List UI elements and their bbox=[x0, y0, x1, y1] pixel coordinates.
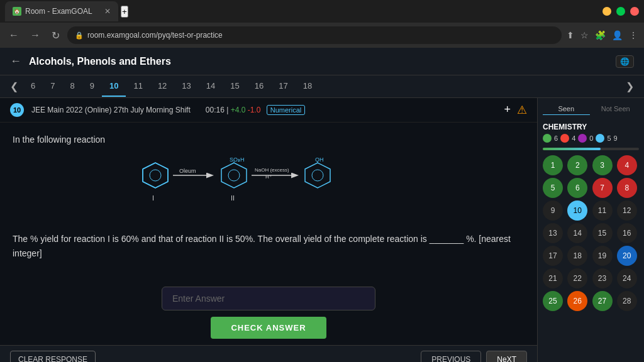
q-nav-next[interactable]: ❯ bbox=[621, 80, 639, 92]
close-tab-btn[interactable]: ✕ bbox=[104, 7, 111, 16]
q-num-10[interactable]: 10 bbox=[102, 76, 126, 97]
grid-cell-25[interactable]: 25 bbox=[543, 291, 563, 311]
grid-cell-9[interactable]: 9 bbox=[543, 200, 563, 221]
stat-marked bbox=[578, 134, 587, 143]
grid-cell-24[interactable]: 24 bbox=[617, 268, 637, 288]
maximize-button[interactable] bbox=[616, 7, 625, 16]
grid-cell-17[interactable]: 17 bbox=[543, 246, 563, 266]
right-sidebar: Seen Not Seen CHEMISTRY 6 4 0 5 9 1 2 3 … bbox=[537, 98, 644, 362]
svg-line-2 bbox=[155, 163, 168, 169]
grid-cell-19[interactable]: 19 bbox=[592, 246, 613, 266]
q-num-9[interactable]: 9 bbox=[82, 76, 102, 97]
grid-cell-4[interactable]: 4 bbox=[617, 155, 637, 175]
grid-cell-10[interactable]: 10 bbox=[567, 200, 587, 221]
q-num-15[interactable]: 15 bbox=[223, 76, 247, 97]
q-num-7[interactable]: 7 bbox=[43, 76, 62, 97]
previous-button[interactable]: PREVIOUS bbox=[421, 351, 481, 362]
q-num-13[interactable]: 13 bbox=[174, 76, 198, 97]
refresh-button[interactable]: ↻ bbox=[48, 28, 64, 43]
svg-marker-19 bbox=[305, 163, 330, 188]
tab-bar: 🏠 Room - ExamGOAL ✕ + bbox=[0, 0, 644, 23]
grid-cell-3[interactable]: 3 bbox=[592, 155, 613, 175]
svg-line-1 bbox=[143, 163, 155, 169]
grid-cell-27[interactable]: 27 bbox=[592, 291, 613, 311]
address-bar[interactable]: 🔒 room.examgoal.com/pyq/test-or-practice bbox=[67, 26, 562, 44]
grid-cell-11[interactable]: 11 bbox=[592, 200, 613, 221]
grid-cell-1[interactable]: 1 bbox=[543, 155, 563, 175]
svg-point-12 bbox=[228, 170, 240, 181]
more-icon[interactable]: ⋮ bbox=[628, 29, 639, 41]
grid-cell-26[interactable]: 26 bbox=[567, 291, 587, 311]
svg-line-4 bbox=[155, 182, 168, 188]
next-button[interactable]: NeXT bbox=[486, 351, 527, 362]
svg-text:H⁺: H⁺ bbox=[265, 174, 272, 180]
bottom-bar: CLEAR RESPONSE PREVIOUS NeXT bbox=[0, 345, 537, 362]
grid-cell-12[interactable]: 12 bbox=[617, 200, 637, 221]
extensions-icon[interactable]: 🧩 bbox=[594, 29, 607, 41]
grid-cell-5[interactable]: 5 bbox=[543, 178, 563, 198]
close-window-button[interactable] bbox=[630, 7, 639, 16]
q-num-18[interactable]: 18 bbox=[296, 76, 319, 97]
question-badge: 10 bbox=[10, 103, 24, 117]
question-area: 10 JEE Main 2022 (Online) 27th July Morn… bbox=[0, 98, 537, 362]
grid-cell-8[interactable]: 8 bbox=[617, 178, 637, 198]
forward-button[interactable]: → bbox=[26, 28, 44, 42]
question-meta: JEE Main 2022 (Online) 27th July Morning… bbox=[31, 106, 191, 114]
stat-wrong bbox=[560, 134, 569, 143]
profile-icon[interactable]: 👤 bbox=[611, 29, 624, 41]
q-num-12[interactable]: 12 bbox=[150, 76, 174, 97]
address-bar-row: ← → ↻ 🔒 room.examgoal.com/pyq/test-or-pr… bbox=[0, 23, 644, 48]
q-num-11[interactable]: 11 bbox=[126, 76, 150, 97]
q-nav-prev[interactable]: ❮ bbox=[5, 80, 23, 92]
report-issue-btn[interactable]: ⚠ bbox=[517, 103, 527, 117]
grid-cell-6[interactable]: 6 bbox=[567, 178, 587, 198]
prev-next-buttons: PREVIOUS NeXT bbox=[421, 351, 527, 362]
window-controls bbox=[602, 7, 639, 16]
answer-input[interactable] bbox=[162, 287, 375, 310]
grid-cell-7[interactable]: 7 bbox=[592, 178, 613, 198]
add-bookmark-btn[interactable]: + bbox=[504, 103, 511, 117]
svg-marker-11 bbox=[221, 163, 247, 188]
tab-favicon: 🏠 bbox=[13, 7, 21, 16]
check-answer-button[interactable]: CHECK ANSWER bbox=[211, 317, 326, 339]
q-num-17[interactable]: 17 bbox=[271, 76, 295, 97]
new-tab-button[interactable]: + bbox=[121, 6, 128, 18]
grid-cell-20[interactable]: 20 bbox=[617, 246, 637, 266]
grid-cell-2[interactable]: 2 bbox=[567, 155, 587, 175]
reaction-svg: I Oleum SO₃H II bbox=[105, 156, 432, 219]
grid-cell-23[interactable]: 23 bbox=[592, 268, 613, 288]
grid-cell-13[interactable]: 13 bbox=[543, 223, 563, 243]
svg-text:NaOH (excess): NaOH (excess) bbox=[255, 167, 289, 173]
question-info-bar: 10 JEE Main 2022 (Online) 27th July Morn… bbox=[0, 98, 537, 123]
minimize-button[interactable] bbox=[602, 7, 611, 16]
grid-cell-14[interactable]: 14 bbox=[567, 223, 587, 243]
back-button[interactable]: ← bbox=[5, 28, 23, 42]
grid-cell-22[interactable]: 22 bbox=[567, 268, 587, 288]
reaction-diagram: I Oleum SO₃H II bbox=[13, 156, 525, 219]
q-num-6[interactable]: 6 bbox=[23, 76, 43, 97]
question-type: Numerical bbox=[267, 105, 306, 115]
grid-cell-21[interactable]: 21 bbox=[543, 268, 563, 288]
seen-tab[interactable]: Seen bbox=[543, 103, 590, 115]
svg-text:OH: OH bbox=[315, 156, 324, 163]
share-icon[interactable]: ⬆ bbox=[565, 29, 575, 41]
app-header: ← Alcohols, Phenols and Ethers 🌐 bbox=[0, 48, 644, 75]
grid-cell-18[interactable]: 18 bbox=[567, 246, 587, 266]
q-num-8[interactable]: 8 bbox=[62, 76, 82, 97]
question-content: In the following reaction I bbox=[0, 123, 537, 280]
q-num-16[interactable]: 16 bbox=[247, 76, 271, 97]
bookmark-icon[interactable]: ☆ bbox=[579, 29, 590, 41]
translate-button[interactable]: 🌐 bbox=[616, 55, 634, 68]
tab-title: Room - ExamGOAL bbox=[25, 7, 92, 16]
grid-cell-15[interactable]: 15 bbox=[592, 223, 613, 243]
not-seen-tab[interactable]: Not Seen bbox=[592, 103, 640, 115]
clear-response-button[interactable]: CLEAR RESPONSE bbox=[10, 351, 96, 362]
svg-marker-0 bbox=[143, 163, 168, 188]
grid-cell-16[interactable]: 16 bbox=[617, 223, 637, 243]
back-arrow-btn[interactable]: ← bbox=[10, 55, 21, 68]
grid-cell-28[interactable]: 28 bbox=[617, 291, 637, 311]
subject-stats: 6 4 0 5 9 bbox=[543, 134, 639, 143]
stat-total-count: 9 bbox=[614, 134, 618, 142]
active-tab[interactable]: 🏠 Room - ExamGOAL ✕ bbox=[5, 1, 118, 21]
q-num-14[interactable]: 14 bbox=[199, 76, 223, 97]
